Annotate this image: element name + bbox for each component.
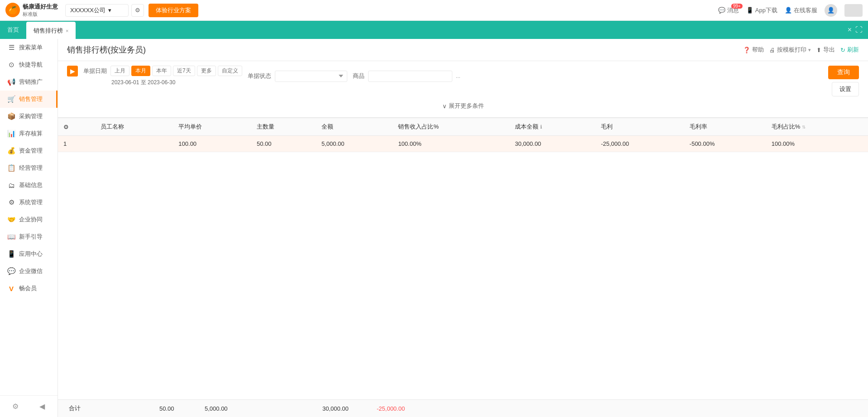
table-row: 1 100.00 50.00 5,000.00 100.00% 30,000.0…: [58, 136, 868, 152]
date-btn-7days[interactable]: 近7天: [173, 66, 195, 76]
date-btn-last-month[interactable]: 上月: [110, 66, 129, 76]
app-name: 畅康通好生意: [23, 3, 58, 11]
cell-gross-rate: -500.00%: [684, 136, 766, 152]
logo-icon: 🍊: [5, 3, 20, 17]
marketing-icon: 📢: [7, 78, 15, 86]
footer-qty: 50.00: [154, 405, 199, 412]
sidebar-item-system-label: 系统管理: [19, 198, 43, 206]
window-max-icon[interactable]: ⛶: [855, 26, 863, 34]
date-btn-more[interactable]: 更多: [197, 66, 216, 76]
app-download-button[interactable]: 📱 App下载: [746, 6, 777, 14]
refresh-button[interactable]: ↻ 刷新: [840, 46, 859, 54]
collab-icon: 🤝: [7, 216, 15, 224]
sidebar-item-quicknav-label: 快捷导航: [19, 61, 43, 69]
th-cost: 成本全额 ℹ: [509, 118, 595, 136]
cell-amount: 5,000.00: [316, 136, 393, 152]
search-menu-icon: ☰: [7, 43, 15, 52]
status-select[interactable]: [275, 71, 347, 82]
help-button[interactable]: ❓ 帮助: [743, 46, 764, 54]
app-sub: 标准版: [23, 11, 58, 17]
th-employee-name: 员工名称: [95, 118, 173, 136]
sidebar-item-basicinfo[interactable]: 🗂 基础信息: [0, 177, 58, 194]
sidebar: ☰ 搜索菜单 ⊙ 快捷导航 📢 营销推广 🛒 销售管理 📦 采购管理 📊 库: [0, 39, 58, 417]
avatar[interactable]: 👤: [825, 4, 837, 17]
table-settings-button[interactable]: 设置: [832, 82, 859, 96]
goods-filter-label: 商品: [353, 72, 364, 80]
sidebar-item-inventory[interactable]: 📊 库存核算: [0, 125, 58, 142]
sort-icon[interactable]: ⇅: [802, 125, 806, 129]
sidebar-item-search[interactable]: ☰ 搜索菜单: [0, 39, 58, 56]
sidebar-collapse-button[interactable]: ◀: [31, 399, 54, 413]
export-button[interactable]: ⬆ 导出: [816, 46, 835, 54]
sidebar-item-quicknav[interactable]: ⊙ 快捷导航: [0, 56, 58, 73]
tab-bar-actions: × ⛶: [848, 26, 868, 34]
finance-icon: 💰: [7, 147, 15, 155]
goods-filter-group: 商品 ...: [353, 71, 460, 82]
sidebar-item-wechat[interactable]: 💬 企业微信: [0, 263, 58, 280]
query-button[interactable]: 查询: [828, 66, 859, 79]
sidebar-item-operations[interactable]: 📋 经营管理: [0, 159, 58, 177]
top-bar-right: 💬 消息 99+ 📱 App下载 👤 在线客服 👤: [718, 4, 863, 17]
online-service-button[interactable]: 👤 在线客服: [785, 6, 817, 14]
sidebar-item-appstore-label: 应用中心: [19, 250, 43, 258]
sidebar-item-guide-label: 新手引导: [19, 233, 43, 241]
settings-icon[interactable]: ⚙: [131, 4, 144, 17]
page-actions: ❓ 帮助 🖨 按模板打印 ▾ ⬆ 导出 ↻ 刷新: [743, 46, 859, 54]
expand-more-button[interactable]: ∨ 展开更多条件: [67, 99, 859, 113]
sidebar-item-sales[interactable]: 🛒 销售管理: [0, 91, 58, 108]
print-button[interactable]: 🖨 按模板打印 ▾: [769, 46, 811, 54]
cell-rank: 1: [58, 136, 95, 152]
tab-close-icon[interactable]: ×: [66, 28, 68, 34]
tab-home[interactable]: 首页: [0, 21, 26, 39]
operations-icon: 📋: [7, 164, 15, 172]
inventory-icon: 📊: [7, 129, 15, 138]
more-filters-button[interactable]: ...: [456, 73, 460, 79]
date-btn-this-month[interactable]: 本月: [131, 66, 150, 76]
th-avg-price: 平均单价: [173, 118, 251, 136]
th-quantity: 主数量: [251, 118, 316, 136]
top-bar: 🍊 畅康通好生意 标准版 XXXXXX公司 ▾ ⚙ 体验行业方案 💬 消息 99…: [0, 0, 868, 21]
online-service-label: 在线客服: [794, 6, 817, 14]
expand-icon: ∨: [442, 103, 447, 110]
expand-label: 展开更多条件: [449, 102, 484, 110]
trial-button[interactable]: 体验行业方案: [149, 4, 198, 17]
th-gross-rate: 毛利率: [684, 118, 766, 136]
sidebar-item-purchase[interactable]: 📦 采购管理: [0, 108, 58, 125]
th-sales-pct: 销售收入占比%: [393, 118, 509, 136]
cell-sales-pct: 100.00%: [393, 136, 509, 152]
user-name-placeholder: [844, 4, 863, 17]
sidebar-item-collab[interactable]: 🤝 企业协同: [0, 211, 58, 228]
basicinfo-icon: 🗂: [7, 182, 15, 189]
sidebar-item-marketing-label: 营销推广: [19, 78, 43, 86]
sidebar-item-system[interactable]: ⚙ 系统管理: [0, 194, 58, 211]
sidebar-item-collab-label: 企业协同: [19, 216, 43, 224]
sidebar-item-membership[interactable]: V 畅会员: [0, 280, 58, 297]
sidebar-bottom: ⚙ ◀: [0, 395, 58, 417]
th-gross-pct: 毛利占比% ⇅: [766, 118, 868, 136]
date-range-display: 2023-06-01 至 2023-06-30: [111, 79, 242, 86]
sidebar-item-search-label: 搜索菜单: [19, 43, 43, 52]
sidebar-item-marketing[interactable]: 📢 营销推广: [0, 73, 58, 91]
filter-arrow-button[interactable]: ▶: [67, 66, 78, 77]
quicknav-icon: ⊙: [7, 61, 15, 69]
goods-input[interactable]: [368, 71, 452, 82]
sidebar-settings-button[interactable]: ⚙: [4, 399, 27, 413]
help-icon: ❓: [743, 47, 750, 53]
sidebar-item-appstore[interactable]: 📱 应用中心: [0, 245, 58, 263]
sidebar-item-guide[interactable]: 📖 新手引导: [0, 228, 58, 245]
message-button[interactable]: 💬 消息 99+: [718, 6, 739, 14]
appstore-icon: 📱: [7, 250, 15, 258]
sidebar-item-finance[interactable]: 💰 资金管理: [0, 142, 58, 159]
message-badge: 99+: [731, 4, 743, 9]
data-table: ⚙ 员工名称 平均单价 主数量 全额 销售收入占比% 成本全额 ℹ 毛利 毛利率…: [58, 118, 868, 152]
cost-info-icon: ℹ: [540, 124, 542, 129]
date-btn-custom[interactable]: 自定义: [218, 66, 242, 76]
sidebar-item-sales-label: 销售管理: [19, 95, 43, 103]
window-close-icon[interactable]: ×: [848, 26, 852, 34]
tab-sales-ranking[interactable]: 销售排行榜 ×: [26, 22, 76, 40]
purchase-icon: 📦: [7, 112, 15, 120]
app-logo: 🍊 畅康通好生意 标准版: [5, 3, 58, 17]
date-btn-this-year[interactable]: 本年: [152, 66, 171, 76]
wechat-icon: 💬: [7, 267, 15, 275]
company-selector[interactable]: XXXXXX公司 ▾: [65, 4, 129, 17]
